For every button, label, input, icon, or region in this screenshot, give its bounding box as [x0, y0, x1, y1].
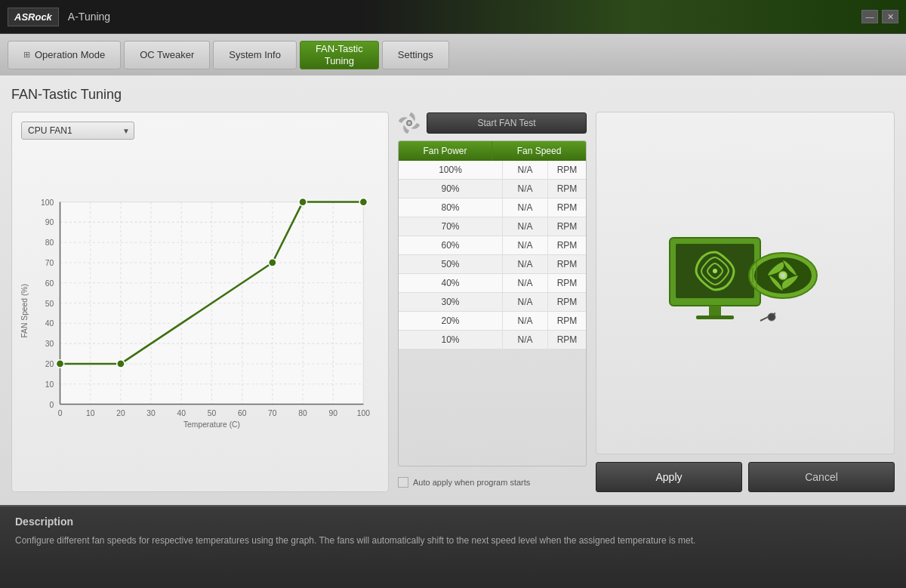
fan-image-box [596, 112, 895, 454]
app-name: A-Tuning [68, 11, 861, 23]
fan-selector: CPU FAN1 CPU FAN2 CHA FAN1 CHA FAN2 ▼ [21, 122, 379, 140]
minimize-button[interactable]: — [861, 10, 878, 23]
fan-dropdown[interactable]: CPU FAN1 CPU FAN2 CHA FAN1 CHA FAN2 [21, 122, 134, 140]
action-buttons: Apply Cancel [596, 462, 895, 492]
table-row: 100% N/A RPM [399, 161, 586, 180]
page-title: FAN-Tastic Tuning [11, 87, 895, 103]
description-bar: Description Configure different fan spee… [0, 505, 906, 588]
table-row: 40% N/A RPM [399, 274, 586, 293]
close-button[interactable]: ✕ [882, 10, 898, 23]
fan-power-cell: 20% [399, 312, 503, 330]
fan-power-cell: 40% [399, 274, 503, 292]
svg-text:50: 50 [45, 300, 54, 308]
fan-speed-cell: N/A [503, 312, 548, 330]
auto-apply-row: Auto apply when program starts [398, 473, 587, 492]
svg-text:0: 0 [50, 401, 54, 409]
tab-fan-tastic[interactable]: FAN-TasticTuning [300, 41, 379, 69]
svg-text:50: 50 [208, 409, 217, 417]
fan-table: Fan Power Fan Speed 100% N/A RPM 90% N/A… [398, 140, 587, 466]
fan-power-header: Fan Power [399, 141, 492, 161]
fan-speed-cell: N/A [503, 199, 548, 217]
fan-power-cell: 100% [399, 161, 503, 179]
svg-text:FAN Speed (%): FAN Speed (%) [21, 284, 29, 338]
fan-speed-cell: N/A [503, 255, 548, 273]
titlebar: ASRock A-Tuning — ✕ [0, 0, 906, 34]
fan-speed-cell: N/A [503, 331, 548, 349]
fan-unit-cell: RPM [548, 331, 586, 349]
fan-speed-cell: N/A [503, 236, 548, 254]
fan-power-cell: 60% [399, 236, 503, 254]
table-row: 70% N/A RPM [399, 217, 586, 236]
apply-button[interactable]: Apply [596, 462, 742, 492]
fan-unit-cell: RPM [548, 199, 586, 217]
chart-point-2 [269, 259, 276, 266]
fan-test-header: Start FAN Test [398, 112, 587, 134]
tab-oc-tweaker[interactable]: OC Tweaker [124, 41, 210, 69]
tab-oc-tweaker-label: OC Tweaker [140, 49, 194, 61]
table-row: 60% N/A RPM [399, 236, 586, 255]
svg-text:70: 70 [268, 409, 277, 417]
fan-unit-cell: RPM [548, 161, 586, 179]
table-row: 50% N/A RPM [399, 255, 586, 274]
chart-container: 0 10 20 30 40 50 60 70 80 90 100 Tempera… [21, 147, 379, 482]
fan-curve-chart[interactable]: 0 10 20 30 40 50 60 70 80 90 100 Tempera… [21, 147, 379, 482]
table-row: 10% N/A RPM [399, 331, 586, 349]
tab-system-info[interactable]: System Info [213, 41, 297, 69]
fan-unit-cell: RPM [548, 293, 586, 311]
svg-text:Temperature (C): Temperature (C) [183, 420, 240, 429]
nav-bar: ⊞ Operation Mode OC Tweaker System Info … [0, 34, 906, 75]
fan-speed-cell: N/A [503, 180, 548, 198]
app-logo: ASRock [8, 8, 59, 26]
tab-operation-mode[interactable]: ⊞ Operation Mode [8, 41, 121, 69]
svg-text:10: 10 [45, 380, 54, 389]
description-text: Configure different fan speeds for respe… [15, 534, 891, 547]
svg-point-50 [713, 269, 717, 273]
svg-text:90: 90 [45, 219, 54, 227]
fan-power-cell: 80% [399, 199, 503, 217]
start-fan-test-button[interactable]: Start FAN Test [427, 112, 587, 134]
svg-text:100: 100 [357, 409, 370, 417]
tab-fan-tastic-label: FAN-TasticTuning [316, 43, 363, 66]
fan-power-cell: 90% [399, 180, 503, 198]
fan-speed-header: Fan Speed [492, 141, 586, 161]
chart-panel: CPU FAN1 CPU FAN2 CHA FAN1 CHA FAN2 ▼ [11, 112, 389, 492]
fan-power-cell: 50% [399, 255, 503, 273]
tab-settings-label: Settings [398, 49, 433, 61]
svg-text:20: 20 [45, 360, 54, 368]
fan-speed-cell: N/A [503, 217, 548, 236]
svg-text:40: 40 [45, 319, 54, 328]
svg-text:100: 100 [41, 199, 54, 207]
fan-table-panel: Start FAN Test Fan Power Fan Speed 100% … [398, 112, 587, 492]
svg-text:60: 60 [238, 409, 247, 417]
svg-rect-52 [696, 316, 734, 319]
svg-text:70: 70 [45, 259, 54, 267]
fan-power-cell: 10% [399, 331, 503, 349]
content-area: CPU FAN1 CPU FAN2 CHA FAN1 CHA FAN2 ▼ [11, 112, 895, 492]
cancel-button[interactable]: Cancel [748, 462, 895, 492]
tab-system-info-label: System Info [229, 49, 281, 61]
svg-text:30: 30 [45, 340, 54, 348]
fan-table-rows: 100% N/A RPM 90% N/A RPM 80% N/A RPM 70%… [399, 161, 586, 349]
tab-operation-mode-label: Operation Mode [35, 49, 105, 61]
svg-text:20: 20 [116, 409, 125, 417]
grid-icon: ⊞ [23, 50, 30, 60]
chart-point-3 [299, 198, 307, 205]
svg-text:0: 0 [58, 409, 63, 417]
fan-speed-cell: N/A [503, 293, 548, 311]
fan-unit-cell: RPM [548, 236, 586, 254]
chart-point-1 [117, 360, 125, 368]
tab-settings[interactable]: Settings [382, 41, 449, 69]
fan-dropdown-wrap: CPU FAN1 CPU FAN2 CHA FAN1 CHA FAN2 ▼ [21, 122, 134, 140]
fan-power-cell: 30% [399, 293, 503, 311]
chart-point-0 [56, 360, 63, 368]
svg-rect-51 [709, 306, 721, 317]
fan-speed-cell: N/A [503, 274, 548, 292]
main-content: FAN-Tastic Tuning CPU FAN1 CPU FAN2 CHA … [0, 75, 906, 505]
description-title: Description [15, 516, 891, 528]
svg-point-47 [408, 122, 411, 125]
fan-speed-cell: N/A [503, 161, 548, 179]
table-row: 20% N/A RPM [399, 312, 586, 331]
svg-point-56 [781, 273, 785, 278]
svg-text:60: 60 [45, 279, 54, 288]
auto-apply-checkbox[interactable] [398, 477, 408, 488]
